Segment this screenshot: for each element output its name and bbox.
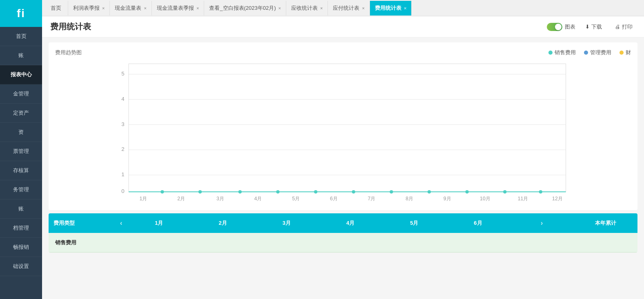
tab-close-profit[interactable]: × xyxy=(102,6,105,11)
svg-text:6月: 6月 xyxy=(330,196,338,202)
tab-blank-report[interactable]: 查看_空白报表(2023年02月) × xyxy=(204,1,286,16)
download-icon: ⬇ xyxy=(585,24,590,30)
svg-point-23 xyxy=(539,190,542,193)
svg-text:1: 1 xyxy=(121,171,124,177)
chart-header: 费用趋势图 销售费用 管理费用 财 xyxy=(55,49,631,56)
svg-point-22 xyxy=(503,190,506,193)
main-area: 首页 利润表季报 × 现金流量表 × 现金流量表季报 × 查看_空白报表(202… xyxy=(42,0,644,299)
tab-cashflow-quarterly[interactable]: 现金流量表季报 × xyxy=(152,1,204,16)
legend-admin: 管理费用 xyxy=(584,49,611,56)
th-nav-next[interactable]: › xyxy=(510,219,574,227)
svg-point-19 xyxy=(390,190,393,193)
svg-text:3月: 3月 xyxy=(216,196,224,202)
sidebar-item-archives[interactable]: 档管理 xyxy=(0,219,42,238)
chart-toggle-container: 图表 xyxy=(547,23,575,31)
svg-text:2: 2 xyxy=(121,146,124,152)
tab-close-expense[interactable]: × xyxy=(404,6,406,11)
th-month-2: 2月 xyxy=(191,219,254,227)
legend-dot-sales xyxy=(548,51,553,55)
svg-text:8月: 8月 xyxy=(406,196,413,202)
svg-point-14 xyxy=(198,190,202,193)
tab-receivable[interactable]: 应收统计表 × xyxy=(286,1,328,16)
tab-close-payable[interactable]: × xyxy=(362,6,364,11)
svg-text:0: 0 xyxy=(121,188,124,194)
svg-text:5: 5 xyxy=(121,71,124,77)
svg-text:7月: 7月 xyxy=(368,196,376,202)
svg-point-13 xyxy=(160,190,164,193)
svg-text:10月: 10月 xyxy=(480,196,490,202)
tab-expense-stats[interactable]: 费用统计表 × xyxy=(370,1,412,16)
sidebar: fi 首页 账 报表中心 金管理 定资产 资 票管理 存核算 务管理 账 档管理… xyxy=(0,0,42,299)
svg-point-15 xyxy=(238,190,242,193)
chart-legend: 销售费用 管理费用 财 xyxy=(548,49,631,56)
svg-text:4: 4 xyxy=(121,96,125,102)
tab-profit-quarterly[interactable]: 利润表季报 × xyxy=(68,1,110,16)
content-area: 费用统计表 图表 ⬇ 下载 🖨 打印 xyxy=(42,16,644,299)
sidebar-item-reports[interactable]: 报表中心 xyxy=(0,65,42,84)
th-month-5: 5月 xyxy=(382,219,446,227)
download-button[interactable]: ⬇ 下载 xyxy=(582,22,605,32)
svg-text:9月: 9月 xyxy=(443,196,451,202)
sidebar-item-home[interactable]: 首页 xyxy=(0,27,42,46)
sidebar-item-service[interactable]: 务管理 xyxy=(0,180,42,199)
sidebar-item-capital[interactable]: 资 xyxy=(0,123,42,142)
svg-point-17 xyxy=(314,190,317,193)
svg-text:2月: 2月 xyxy=(177,196,185,202)
svg-rect-12 xyxy=(129,64,566,192)
legend-label-finance: 财 xyxy=(626,49,631,56)
chart-svg: 5 4 3 2 1 0 xyxy=(55,60,631,202)
toggle-label: 图表 xyxy=(565,23,575,31)
chart-section: 费用趋势图 销售费用 管理费用 财 xyxy=(49,42,637,210)
svg-text:11月: 11月 xyxy=(518,196,528,202)
tab-close-cashflow[interactable]: × xyxy=(144,6,146,11)
tab-cashflow[interactable]: 现金流量表 × xyxy=(110,1,152,16)
tab-close-receivable[interactable]: × xyxy=(320,6,323,11)
th-month-6: 6月 xyxy=(446,219,510,227)
tab-bar: 首页 利润表季报 × 现金流量表 × 现金流量表季报 × 查看_空白报表(202… xyxy=(42,0,644,16)
chart-toggle[interactable] xyxy=(547,23,562,31)
tab-payable[interactable]: 应付统计表 × xyxy=(328,1,370,16)
sidebar-item-account[interactable]: 账 xyxy=(0,46,42,65)
tab-close-blank[interactable]: × xyxy=(279,6,281,11)
sidebar-item-tickets[interactable]: 票管理 xyxy=(0,142,42,161)
page-header: 费用统计表 图表 ⬇ 下载 🖨 打印 xyxy=(42,16,644,38)
sidebar-item-expense[interactable]: 畅报销 xyxy=(0,238,42,257)
chart-title: 费用趋势图 xyxy=(55,49,82,56)
svg-point-21 xyxy=(466,190,469,193)
svg-point-20 xyxy=(428,190,431,193)
sidebar-logo: fi xyxy=(0,0,42,27)
sidebar-item-ledger[interactable]: 账 xyxy=(0,199,42,219)
th-month-4: 4月 xyxy=(319,219,382,227)
legend-dot-finance xyxy=(619,51,624,55)
header-actions: 图表 ⬇ 下载 🖨 打印 xyxy=(547,22,636,32)
legend-label-sales: 销售费用 xyxy=(555,49,576,56)
legend-label-admin: 管理费用 xyxy=(590,49,611,56)
table-header: 费用类型 ‹ 1月 2月 3月 4月 5月 6月 › 本年累计 xyxy=(49,213,637,233)
td-type-sales: 销售费用 xyxy=(49,239,127,246)
toggle-knob xyxy=(555,24,562,30)
svg-text:1月: 1月 xyxy=(140,196,147,202)
th-type: 费用类型 ‹ xyxy=(49,219,127,227)
svg-point-16 xyxy=(276,190,279,193)
tab-home[interactable]: 首页 xyxy=(44,1,68,16)
print-button[interactable]: 🖨 打印 xyxy=(612,22,636,32)
th-total: 本年累计 xyxy=(574,219,637,227)
th-month-1: 1月 xyxy=(127,219,191,227)
th-month-3: 3月 xyxy=(255,219,319,227)
table-row-sales: 销售费用 xyxy=(49,233,637,252)
nav-prev[interactable]: ‹ xyxy=(120,219,122,227)
svg-text:12月: 12月 xyxy=(552,196,563,202)
page-title: 费用统计表 xyxy=(50,21,91,32)
sidebar-item-finance[interactable]: 金管理 xyxy=(0,84,42,104)
print-icon: 🖨 xyxy=(615,24,620,30)
svg-point-18 xyxy=(352,190,355,193)
legend-sales: 销售费用 xyxy=(548,49,576,56)
legend-finance: 财 xyxy=(619,49,631,56)
expense-table: 费用类型 ‹ 1月 2月 3月 4月 5月 6月 › 本年累计 销售费用 xyxy=(49,213,637,252)
nav-next-icon[interactable]: › xyxy=(541,219,543,227)
sidebar-item-inventory[interactable]: 存核算 xyxy=(0,161,42,180)
tab-close-cashflow-quarterly[interactable]: × xyxy=(196,6,199,11)
sidebar-item-assets[interactable]: 定资产 xyxy=(0,104,42,123)
legend-dot-admin xyxy=(584,51,588,55)
sidebar-item-settings[interactable]: 础设置 xyxy=(0,257,42,276)
